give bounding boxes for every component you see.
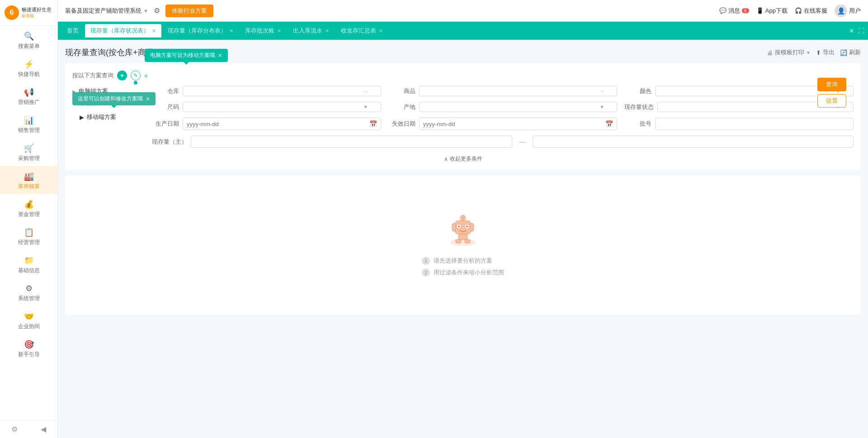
svg-point-4 xyxy=(458,226,460,227)
prod-date-input[interactable]: 📅 xyxy=(183,118,381,130)
calendar-icon-prod[interactable]: 📅 xyxy=(369,120,377,127)
search-btn[interactable]: 查询 xyxy=(817,78,846,91)
svg-rect-9 xyxy=(456,240,461,243)
guide-icon: 🎯 xyxy=(24,339,34,349)
operation-icon: 📋 xyxy=(24,227,34,237)
user-btn[interactable]: 👤 用户 xyxy=(835,5,861,17)
collapse-btn[interactable]: ∧ 收起更多条件 xyxy=(444,155,482,163)
svg-rect-7 xyxy=(470,223,474,231)
close-all-tabs-icon[interactable]: ✕ xyxy=(849,27,854,34)
tab-close-inventory-dist[interactable]: ✕ xyxy=(229,28,233,34)
refresh-btn[interactable]: 🔄 刷新 xyxy=(840,48,861,57)
filter-add-btn[interactable]: + xyxy=(117,71,127,80)
system-icon: ⚙ xyxy=(25,283,33,293)
headset-icon: 🎧 xyxy=(795,7,802,14)
tooltip-scheme-close[interactable]: ✕ xyxy=(218,52,222,59)
batch-input[interactable] xyxy=(655,118,854,130)
svg-rect-10 xyxy=(465,240,470,243)
dot-indicator xyxy=(134,81,137,85)
sidebar-item-operation[interactable]: 📋 经营管理 xyxy=(0,222,57,250)
warehouse-input[interactable]: ··· xyxy=(183,86,381,96)
tooltip-create-close[interactable]: ✕ xyxy=(146,96,150,102)
stock-main-input-end[interactable] xyxy=(533,136,854,148)
origin-dropdown-icon: ▼ xyxy=(599,104,604,109)
field-batch: 批号 xyxy=(624,118,854,130)
expire-date-field[interactable] xyxy=(423,121,604,127)
sidebar-item-purchase[interactable]: 🛒 采购管理 xyxy=(0,138,57,166)
edit-icon: ✎ xyxy=(133,72,138,79)
print-icon: 🖨 xyxy=(767,49,773,56)
sidebar-item-guide[interactable]: 🎯 新手引导 xyxy=(0,334,57,362)
size-dropdown-icon: ▼ xyxy=(363,104,368,109)
sidebar-item-enterprise[interactable]: 🤝 企业协同 xyxy=(0,306,57,334)
prod-date-field[interactable] xyxy=(187,121,368,127)
tab-close-in-out-flow[interactable]: ✕ xyxy=(325,28,329,34)
export-btn[interactable]: ⬆ 导出 xyxy=(816,48,835,57)
finance-icon: 💰 xyxy=(24,199,34,209)
sidebar-item-system[interactable]: ⚙ 系统管理 xyxy=(0,278,57,306)
settings-gear-icon[interactable]: ⚙ xyxy=(154,6,160,15)
filter-header: 按以下方案查询 + ✎ « 电脑方案可设为移动方案哦 ✕ xyxy=(72,71,854,80)
sidebar-collapse-btn[interactable]: ◀ xyxy=(41,425,46,433)
sidebar-item-inventory[interactable]: 🏭 库存核算 xyxy=(0,166,57,194)
tab-inventory-status[interactable]: 现存量（库存状况表） ✕ xyxy=(85,24,161,38)
filter-edit-btn[interactable]: ✎ xyxy=(131,71,141,80)
field-origin: 产地 ▼ xyxy=(388,102,618,112)
sidebar-item-basic[interactable]: 📁 基础信息 xyxy=(0,250,57,278)
sidebar-item-sales[interactable]: 📊 销售管理 xyxy=(0,110,57,138)
tab-receipt-summary[interactable]: 收发存汇总表 ✕ xyxy=(335,24,388,38)
field-size: 尺码 ▼ xyxy=(152,102,381,112)
online-support-btn[interactable]: 🎧 在线客服 xyxy=(795,7,827,15)
print-btn[interactable]: 🖨 按模板打印 ▼ xyxy=(767,48,811,57)
sales-icon: 📊 xyxy=(24,115,34,125)
quick-icon: ⚡ xyxy=(24,59,34,69)
tab-close-inventory-batch[interactable]: ✕ xyxy=(277,28,281,34)
sidebar-item-finance[interactable]: 💰 资金管理 xyxy=(0,194,57,222)
refresh-icon: 🔄 xyxy=(840,49,847,56)
reset-btn[interactable]: 设置 xyxy=(817,94,846,108)
export-icon: ⬆ xyxy=(816,49,821,56)
system-selector[interactable]: 装备及固定资产辅助管理系统 ▼ xyxy=(65,7,148,15)
sidebar-item-quick[interactable]: ⚡ 快捷导航 xyxy=(0,54,57,82)
tab-inventory-dist[interactable]: 现存量（库存分布表） ✕ xyxy=(162,24,239,38)
main-area: 装备及固定资产辅助管理系统 ▼ ⚙ 体验行业方案 💬 消息 6 📱 App下载 … xyxy=(58,0,868,438)
range-separator: — xyxy=(516,138,529,145)
origin-input[interactable]: ▼ xyxy=(419,102,618,112)
basic-icon: 📁 xyxy=(24,255,34,265)
tab-close-receipt-summary[interactable]: ✕ xyxy=(379,28,383,34)
logo-text: 畅捷通好生意 标准版 xyxy=(22,6,52,19)
message-icon: 💬 xyxy=(719,7,726,14)
mobile-arrow-icon: ▶ xyxy=(80,114,84,121)
enterprise-icon: 🤝 xyxy=(24,311,34,321)
sidebar-logo: 6 畅捷通好生意 标准版 xyxy=(0,0,57,26)
goods-input[interactable]: ··· xyxy=(419,86,618,96)
stock-main-input[interactable] xyxy=(191,136,512,148)
svg-point-5 xyxy=(466,226,468,227)
expire-date-input[interactable]: 📅 xyxy=(419,118,618,130)
page-actions: 🖨 按模板打印 ▼ ⬆ 导出 🔄 刷新 xyxy=(767,48,861,57)
filter-panel: 按以下方案查询 + ✎ « 电脑方案可设为移动方案哦 ✕ xyxy=(65,63,861,170)
content-area: 现存量查询(按仓库+商品) 🖨 按模板打印 ▼ ⬆ 导出 🔄 刷新 xyxy=(58,40,868,438)
tab-home[interactable]: 首页 xyxy=(61,24,84,38)
size-input[interactable]: ▼ xyxy=(183,102,381,112)
app-download-btn[interactable]: 📱 App下载 xyxy=(756,7,788,15)
tabbar: 首页 现存量（库存状况表） ✕ 现存量（库存分布表） ✕ 库存批次账 ✕ 出入库… xyxy=(58,22,868,40)
sidebar-settings-btn[interactable]: ⚙ xyxy=(11,425,18,433)
search-btn-group: 查询 设置 xyxy=(817,78,846,108)
filter-fields: 仓库 ··· 商品 xyxy=(152,86,854,151)
tab-inventory-batch[interactable]: 库存批次账 ✕ xyxy=(240,24,287,38)
calendar-icon-expire[interactable]: 📅 xyxy=(605,120,613,127)
trial-btn[interactable]: 体验行业方案 xyxy=(165,5,213,17)
sidebar: 6 畅捷通好生意 标准版 🔍 搜索菜单 ⚡ 快捷导航 📢 营销推广 📊 销售管理… xyxy=(0,0,58,438)
sidebar-item-marketing[interactable]: 📢 营销推广 xyxy=(0,82,57,110)
expand-icon[interactable]: ⛶ xyxy=(858,27,864,34)
mobile-icon: 📱 xyxy=(756,7,764,14)
filter-back-btn[interactable]: « xyxy=(144,72,148,79)
tab-in-out-flow[interactable]: 出入库流水 ✕ xyxy=(288,24,335,38)
tab-close-inventory-status[interactable]: ✕ xyxy=(152,28,156,34)
marketing-icon: 📢 xyxy=(24,87,34,97)
mobile-scheme-item[interactable]: ▶ 移动端方案 xyxy=(72,112,145,122)
message-btn[interactable]: 💬 消息 6 xyxy=(719,7,749,15)
field-goods: 商品 ··· xyxy=(388,86,618,96)
sidebar-item-search[interactable]: 🔍 搜索菜单 xyxy=(0,26,57,54)
